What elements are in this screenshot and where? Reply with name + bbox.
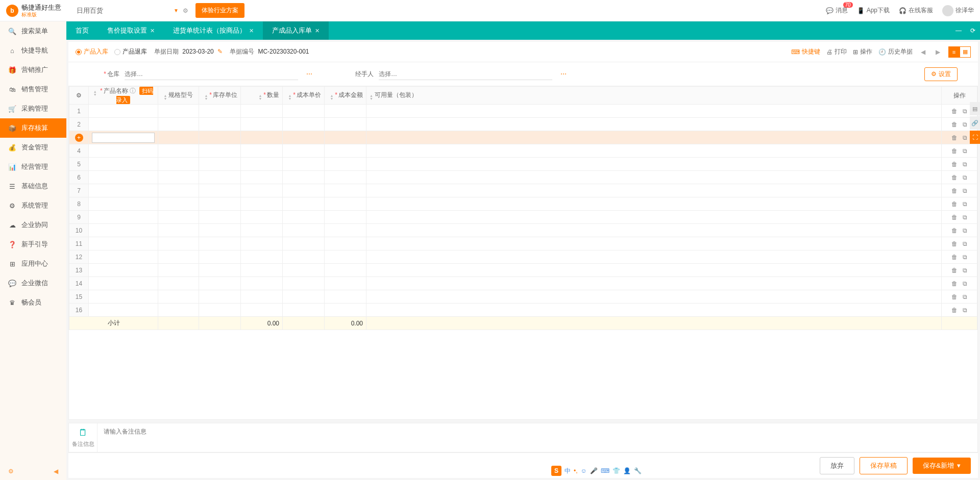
copy-icon[interactable]: ⧉ [963, 147, 967, 155]
tab-0[interactable]: 首页 [66, 21, 98, 40]
delete-icon[interactable]: 🗑 [951, 147, 958, 155]
ime-lang-icon[interactable]: 中 [565, 467, 571, 475]
close-icon[interactable]: ✕ [150, 28, 155, 34]
table-row[interactable]: 1🗑⧉ [69, 105, 977, 118]
save-draft-button[interactable]: 保存草稿 [860, 457, 908, 474]
copy-icon[interactable]: ⧉ [963, 134, 967, 141]
next-doc-button[interactable]: ▶ [934, 48, 942, 56]
rail-btn-2[interactable]: 🔗 [970, 116, 980, 130]
delete-icon[interactable]: 🗑 [951, 187, 958, 194]
service-link[interactable]: 🎧 在线客服 [899, 6, 933, 15]
warehouse-more-icon[interactable]: ⋯ [306, 70, 312, 78]
col-qty[interactable]: ▲▼*数量 [241, 87, 283, 105]
view-card-button[interactable]: ▦ [960, 46, 971, 58]
radio-product-in[interactable]: 产品入库 [76, 47, 108, 56]
tab-1[interactable]: 售价提取设置✕ [98, 21, 164, 40]
delete-icon[interactable]: 🗑 [951, 134, 958, 141]
sidebar-item-8[interactable]: ☰基础信息 [0, 176, 66, 196]
handler-input[interactable] [379, 68, 552, 80]
radio-product-out[interactable]: 产品退库 [114, 47, 147, 56]
sidebar-item-10[interactable]: ☁企业协同 [0, 215, 66, 235]
col-spec[interactable]: ▲▼规格型号 [158, 87, 199, 105]
table-row[interactable]: 9🗑⧉ [69, 211, 977, 224]
ime-tool-icon[interactable]: 🔧 [634, 467, 642, 474]
add-row-icon[interactable]: + [75, 134, 83, 142]
shortcut-link[interactable]: ⌨ 快捷键 [791, 47, 820, 56]
warehouse-input[interactable] [125, 68, 298, 80]
table-row[interactable]: 15🗑⧉ [69, 290, 977, 304]
ime-s-icon[interactable]: S [551, 466, 561, 476]
copy-icon[interactable]: ⧉ [963, 227, 967, 234]
table-row[interactable]: 4🗑⧉ [69, 144, 977, 158]
delete-icon[interactable]: 🗑 [951, 240, 958, 247]
delete-icon[interactable]: 🗑 [951, 293, 958, 300]
copy-icon[interactable]: ⧉ [963, 280, 967, 287]
save-new-button[interactable]: 保存&新增 ▾ [913, 458, 971, 474]
ime-dot-icon[interactable]: •, [574, 467, 578, 474]
rail-btn-3[interactable]: ⛶ [970, 131, 980, 144]
copy-icon[interactable]: ⧉ [963, 307, 967, 314]
edit-icon[interactable]: ✎ [217, 48, 223, 55]
copy-icon[interactable]: ⧉ [963, 240, 967, 247]
ime-mic-icon[interactable]: 🎤 [590, 467, 598, 474]
copy-icon[interactable]: ⧉ [963, 293, 967, 300]
tab-2[interactable]: 进货单统计表（按商品）✕ [164, 21, 263, 40]
delete-icon[interactable]: 🗑 [951, 200, 958, 208]
sidebar-item-1[interactable]: ⌂快捷导航 [0, 41, 66, 60]
copy-icon[interactable]: ⧉ [963, 267, 967, 274]
product-name-input[interactable] [92, 133, 155, 143]
sidebar-item-14[interactable]: ♛畅会员 [0, 293, 66, 312]
col-amount[interactable]: ▲▼*成本金额 [325, 87, 366, 105]
gear-icon[interactable]: ⚙ [183, 7, 188, 14]
col-price[interactable]: ▲▼*成本单价 [283, 87, 325, 105]
delete-icon[interactable]: 🗑 [951, 280, 958, 287]
history-link[interactable]: 🕘 历史单据 [878, 47, 913, 56]
copy-icon[interactable]: ⧉ [963, 200, 967, 208]
ime-keyboard-icon[interactable]: ⌨ [601, 467, 609, 474]
table-row[interactable]: 7🗑⧉ [69, 184, 977, 197]
table-row[interactable]: 16🗑⧉ [69, 304, 977, 317]
settings-button[interactable]: ⚙ 设置 [924, 67, 958, 81]
delete-icon[interactable]: 🗑 [951, 108, 958, 115]
copy-icon[interactable]: ⧉ [963, 161, 967, 168]
discard-button[interactable]: 放弃 [820, 457, 854, 474]
print-link[interactable]: 🖨 打印 [826, 47, 847, 56]
table-row[interactable]: 11🗑⧉ [69, 237, 977, 250]
delete-icon[interactable]: 🗑 [951, 214, 958, 221]
sidebar-item-12[interactable]: ⊞应用中心 [0, 254, 66, 273]
col-avail[interactable]: ▲▼可用量（包装） [366, 87, 942, 105]
sidebar-item-5[interactable]: 📦库存核算 [0, 118, 66, 138]
copy-icon[interactable]: ⧉ [963, 187, 967, 194]
view-list-button[interactable]: ≡ [948, 46, 960, 58]
prev-doc-button[interactable]: ◀ [919, 48, 927, 56]
table-row[interactable]: 2🗑⧉ [69, 118, 977, 131]
sidebar-item-7[interactable]: 📊经营管理 [0, 157, 66, 176]
delete-icon[interactable]: 🗑 [951, 121, 958, 128]
table-row[interactable]: 14🗑⧉ [69, 277, 977, 290]
copy-icon[interactable]: ⧉ [963, 108, 967, 115]
col-gear[interactable]: ⚙ [69, 87, 89, 105]
ime-skin-icon[interactable]: 👕 [612, 467, 620, 474]
remark-input[interactable] [97, 423, 977, 452]
cta-button[interactable]: 体验行业方案 [195, 3, 244, 18]
sidebar-settings-icon[interactable]: ⚙ [8, 468, 14, 475]
sidebar-item-2[interactable]: 🎁营销推广 [0, 60, 66, 80]
date-value[interactable]: 2023-03-20 [182, 48, 213, 55]
messages-link[interactable]: 💬 消息 70 [826, 6, 848, 15]
col-name[interactable]: ▲▼ *产品名称 ⓘ 扫码录入 [89, 87, 158, 105]
sidebar-item-9[interactable]: ⚙系统管理 [0, 196, 66, 215]
copy-icon[interactable]: ⧉ [963, 254, 967, 261]
copy-icon[interactable]: ⧉ [963, 174, 967, 181]
delete-icon[interactable]: 🗑 [951, 227, 958, 234]
sidebar-item-4[interactable]: 🛒采购管理 [0, 99, 66, 118]
tab-refresh-button[interactable]: ⟳ [966, 21, 980, 40]
delete-icon[interactable]: 🗑 [951, 267, 958, 274]
table-row[interactable]: 5🗑⧉ [69, 158, 977, 171]
rail-btn-1[interactable]: ▤ [970, 102, 980, 115]
tab-minimize-button[interactable]: — [951, 21, 966, 40]
sidebar-item-0[interactable]: 🔍搜索菜单 [0, 21, 66, 41]
close-icon[interactable]: ✕ [315, 28, 320, 34]
delete-icon[interactable]: 🗑 [951, 161, 958, 168]
table-row[interactable]: 8🗑⧉ [69, 197, 977, 211]
delete-icon[interactable]: 🗑 [951, 307, 958, 314]
